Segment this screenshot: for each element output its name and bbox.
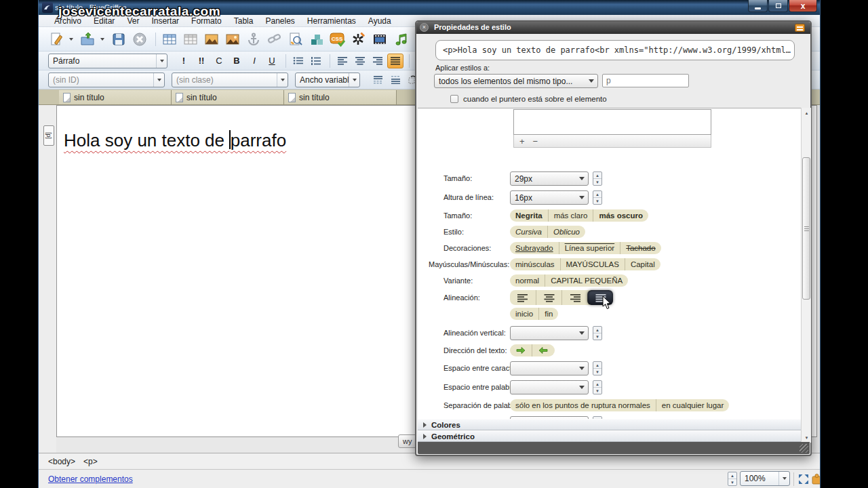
tab-sin-titulo-3[interactable]: sin título xyxy=(284,90,397,104)
lighter-pill[interactable]: más claro xyxy=(548,209,593,222)
menu-herramientas[interactable]: Herramientas xyxy=(301,15,362,26)
menu-ayuda[interactable]: Ayuda xyxy=(362,15,397,26)
uppercase-pill[interactable]: MAYÚSCULAS xyxy=(560,258,625,270)
overline-pill[interactable]: Línea superior xyxy=(559,242,620,254)
strong-button[interactable]: !! xyxy=(193,54,210,68)
word-spacing-combo[interactable] xyxy=(510,380,589,394)
ltr-arrow-icon[interactable] xyxy=(510,344,532,357)
dialog-resize-strip[interactable] xyxy=(418,442,810,454)
paragraph-spacing-icon[interactable] xyxy=(387,73,403,87)
word-spacing-spinner[interactable]: ▲▼ xyxy=(593,380,602,394)
rtl-arrow-icon[interactable] xyxy=(532,344,554,357)
break-anywhere-pill[interactable]: en cualquier lugar xyxy=(656,399,729,411)
scrollbar-thumb[interactable] xyxy=(802,157,810,300)
save-icon[interactable] xyxy=(109,30,128,49)
normal-variant-pill[interactable]: normal xyxy=(510,274,545,287)
paragraph-marker-tag[interactable]: [p] xyxy=(43,125,54,146)
font-size-combo[interactable]: 29px xyxy=(510,171,589,186)
table-properties-icon[interactable] xyxy=(181,30,200,49)
emphasis-button[interactable]: ! xyxy=(176,54,192,68)
addons-puzzle-icon[interactable] xyxy=(810,472,821,486)
structure-blocks-icon[interactable] xyxy=(307,30,326,49)
insert-image-icon[interactable] xyxy=(202,30,221,49)
dialog-close-icon[interactable]: × xyxy=(420,23,429,32)
scroll-down-icon[interactable]: ▼ xyxy=(802,433,811,442)
oblique-pill[interactable]: Oblicuo xyxy=(547,226,585,238)
strikethrough-pill[interactable]: Tachado xyxy=(620,242,660,254)
link-icon[interactable] xyxy=(265,30,284,49)
numbered-list-icon[interactable] xyxy=(308,54,324,68)
hover-checkbox[interactable] xyxy=(450,95,458,103)
italic-pill[interactable]: Cursiva xyxy=(510,226,547,238)
menu-tabla[interactable]: Tabla xyxy=(228,15,260,26)
minimize-button[interactable] xyxy=(748,0,768,12)
get-addons-link[interactable]: Obtener complementos xyxy=(48,474,133,484)
small-caps-pill[interactable]: CAPITAL PEQUEÑA xyxy=(545,274,628,287)
stepper-up-icon[interactable]: ▲ xyxy=(728,472,736,479)
align-right-icon[interactable] xyxy=(370,54,386,68)
align-left-icon[interactable] xyxy=(510,290,536,305)
breadcrumb-body[interactable]: <body> xyxy=(48,457,75,466)
breadcrumb-p[interactable]: <p> xyxy=(83,457,98,466)
dialog-scrollbar[interactable]: ▲ ▼ xyxy=(801,108,811,443)
underline-pill[interactable]: Subrayado xyxy=(510,242,559,254)
preview-icon[interactable] xyxy=(286,30,305,49)
line-spacing-icon[interactable] xyxy=(370,73,386,87)
bullet-list-icon[interactable] xyxy=(290,54,307,68)
letter-spacing-combo[interactable] xyxy=(510,361,589,375)
styles-listbox[interactable] xyxy=(513,109,711,135)
capitalize-pill[interactable]: Capital xyxy=(625,258,660,270)
section-colores[interactable]: Colores xyxy=(418,419,801,430)
resize-grip-icon[interactable] xyxy=(800,444,808,453)
vertical-align-combo[interactable] xyxy=(510,326,589,340)
align-left-icon[interactable] xyxy=(334,54,351,68)
add-style-button[interactable]: + xyxy=(519,136,525,146)
insert-table-icon[interactable] xyxy=(160,30,179,49)
bold-pill[interactable]: Negrita xyxy=(510,209,548,222)
dialog-titlebar[interactable]: × Propiedades de estilo xyxy=(416,22,810,34)
apply-selector-input[interactable] xyxy=(602,74,689,87)
align-center-icon[interactable] xyxy=(536,290,561,305)
dialog-panel-icon[interactable] xyxy=(795,24,805,32)
fullscreen-icon[interactable] xyxy=(798,474,809,485)
underline-button[interactable]: U xyxy=(264,54,280,68)
open-dropdown[interactable] xyxy=(99,30,106,49)
zoom-combo[interactable]: 100% xyxy=(740,471,790,486)
align-center-icon[interactable] xyxy=(352,54,368,68)
letter-spacing-spinner[interactable]: ▲▼ xyxy=(593,361,602,375)
audio-icon[interactable] xyxy=(391,30,410,49)
id-combo[interactable]: (sin ID) xyxy=(48,73,165,87)
darker-pill[interactable]: más oscuro xyxy=(593,209,648,222)
menu-paneles[interactable]: Paneles xyxy=(259,15,300,26)
new-document-dropdown[interactable] xyxy=(68,30,75,49)
bold-button[interactable]: B xyxy=(229,54,245,68)
anchor-icon[interactable] xyxy=(244,30,263,49)
close-button[interactable]: x xyxy=(789,0,817,12)
code-button[interactable]: C xyxy=(211,54,227,68)
width-mode-combo[interactable]: Ancho variable xyxy=(295,73,360,87)
section-geometrico[interactable]: Geométrico xyxy=(418,430,801,442)
stepper-down-icon[interactable]: ▼ xyxy=(728,479,736,485)
vertical-align-spinner[interactable]: ▲▼ xyxy=(593,326,602,340)
italic-button[interactable]: I xyxy=(246,54,262,68)
apply-scope-combo[interactable]: todos los elementos del mismo tipo... xyxy=(434,74,598,88)
start-pill[interactable]: inicio xyxy=(510,308,538,320)
line-height-combo[interactable]: 16px xyxy=(510,190,589,205)
scroll-up-icon[interactable]: ▲ xyxy=(802,108,811,117)
align-justify-icon[interactable] xyxy=(387,54,403,68)
lowercase-pill[interactable]: minúsculas xyxy=(510,258,560,270)
line-height-spinner[interactable]: ▲▼ xyxy=(593,190,602,205)
script-icon[interactable] xyxy=(349,30,368,49)
align-right-icon[interactable] xyxy=(561,290,587,305)
class-combo[interactable]: (sin clase) xyxy=(172,73,288,87)
stop-icon[interactable] xyxy=(130,30,149,49)
font-size-spinner[interactable]: ▲▼ xyxy=(593,171,602,186)
zoom-stepper[interactable]: ▲ ▼ xyxy=(728,472,737,486)
paragraph-format-combo[interactable]: Párrafo xyxy=(48,54,167,68)
end-pill[interactable]: fin xyxy=(538,308,558,320)
open-upload-icon[interactable] xyxy=(78,30,97,49)
video-icon[interactable] xyxy=(370,30,389,49)
new-document-icon[interactable] xyxy=(47,30,66,49)
css-icon[interactable]: CSS xyxy=(328,30,347,49)
remove-style-button[interactable]: − xyxy=(533,136,538,146)
